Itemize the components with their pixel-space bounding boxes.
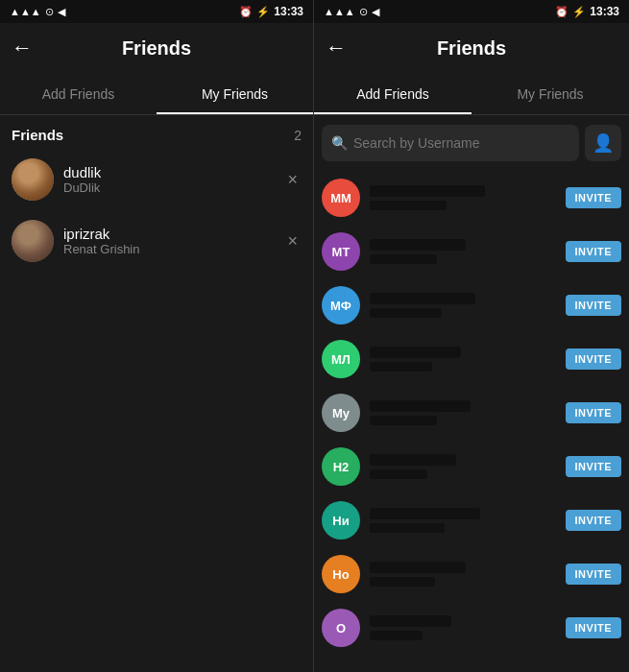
contact-avatar-c5: Му (322, 394, 360, 432)
list-item: МЛ INVITE (314, 332, 629, 386)
wifi-icon-right: ⊙ (359, 6, 368, 18)
tabs-left: Add Friends My Friends (0, 73, 313, 115)
tab-add-friends-left[interactable]: Add Friends (0, 73, 157, 114)
friends-section-header: Friends 2 (0, 115, 313, 149)
location-icon-right: ◀ (372, 6, 379, 18)
wifi-icon: ⊙ (45, 6, 54, 18)
page-title-left: Friends (122, 37, 191, 60)
remove-friend-iprizrak[interactable]: × (283, 228, 302, 255)
status-right-left-icons: ▲▲▲ ⊙ ◀ (324, 6, 379, 18)
contact-sub-bar (370, 308, 442, 318)
invite-button-c6[interactable]: INVITE (566, 456, 621, 477)
time-right: 13:33 (590, 5, 619, 18)
list-item: ММ INVITE (314, 171, 629, 225)
alarm-icon: ⏰ (239, 6, 253, 18)
contact-name-bar (370, 508, 480, 519)
right-panel: ▲▲▲ ⊙ ◀ ⏰ ⚡ 13:33 ← Friends Add Friends … (314, 0, 629, 672)
contact-avatar-c6: Н2 (322, 447, 360, 486)
contact-avatar-c3: МФ (322, 286, 360, 324)
list-item: Ни INVITE (314, 493, 629, 547)
invite-button-c3[interactable]: INVITE (566, 295, 621, 316)
avatar-iprizrak (12, 220, 54, 262)
search-input-wrapper: 🔍 (322, 125, 579, 161)
signal-icon-right: ▲▲▲ (324, 6, 355, 17)
search-bar: 🔍 👤 (322, 125, 621, 161)
tab-my-friends-left[interactable]: My Friends (157, 73, 313, 114)
status-right-icons: ⏰ ⚡ 13:33 (239, 5, 303, 18)
status-left-icons: ▲▲▲ ⊙ ◀ (10, 6, 65, 18)
header-left: ← Friends (0, 23, 313, 73)
contact-name-block-c2 (370, 239, 556, 264)
friend-realname-iprizrak: Renat Grishin (63, 242, 274, 256)
location-icon: ◀ (58, 6, 65, 18)
invite-button-c2[interactable]: INVITE (566, 241, 621, 262)
invite-button-c1[interactable]: INVITE (566, 187, 621, 208)
contact-sub-bar (370, 631, 423, 640)
status-bar-right: ▲▲▲ ⊙ ◀ ⏰ ⚡ 13:33 (314, 0, 629, 23)
friend-item-dudlik: dudlik DuDlik × (0, 149, 313, 210)
back-button-right[interactable]: ← (326, 36, 347, 60)
contact-sub-bar (370, 469, 427, 479)
contact-name-bar (370, 347, 461, 358)
contact-sub-bar (370, 362, 432, 372)
friend-username-dudlik: dudlik (63, 164, 274, 180)
avatar-dudlik (12, 158, 54, 201)
add-friend-icon-button[interactable]: 👤 (585, 125, 621, 161)
contact-name-bar (370, 400, 471, 412)
friends-label: Friends (12, 127, 63, 143)
contact-avatar-c1: ММ (322, 179, 360, 217)
left-panel: ▲▲▲ ⊙ ◀ ⏰ ⚡ 13:33 ← Friends Add Friends … (0, 0, 314, 672)
list-item: Н2 INVITE (314, 440, 629, 493)
header-right: ← Friends (314, 23, 629, 73)
friend-info-iprizrak: iprizrak Renat Grishin (63, 226, 274, 256)
contact-name-block-c9 (370, 615, 556, 640)
bluetooth-icon-right: ⚡ (572, 6, 586, 18)
contact-sub-bar (370, 577, 435, 587)
friend-info-dudlik: dudlik DuDlik (63, 164, 274, 195)
invite-button-c5[interactable]: INVITE (566, 402, 621, 423)
contact-name-bar (370, 562, 466, 573)
invite-button-c4[interactable]: INVITE (566, 348, 621, 370)
contact-avatar-c9: О (322, 609, 360, 647)
contact-name-block-c4 (370, 347, 556, 372)
contact-avatar-c8: Но (322, 555, 360, 593)
contact-name-block-c8 (370, 562, 556, 587)
contact-avatar-c4: МЛ (322, 340, 360, 378)
contact-avatar-c7: Ни (322, 501, 360, 540)
contact-name-bar (370, 615, 451, 627)
remove-friend-dudlik[interactable]: × (283, 166, 302, 194)
contact-sub-bar (370, 254, 437, 264)
search-icon: 🔍 (331, 135, 348, 151)
add-person-icon: 👤 (593, 132, 614, 154)
friend-realname-dudlik: DuDlik (63, 180, 274, 195)
contact-name-bar (370, 293, 475, 304)
contacts-list: ММ INVITE МТ INVITE МФ INVITE МЛ (314, 171, 629, 672)
friend-username-iprizrak: iprizrak (63, 226, 274, 242)
back-button-left[interactable]: ← (12, 36, 33, 60)
friend-item-iprizrak: iprizrak Renat Grishin × (0, 210, 313, 272)
bluetooth-icon: ⚡ (256, 6, 270, 18)
alarm-icon-right: ⏰ (555, 6, 569, 18)
list-item: МТ INVITE (314, 225, 629, 278)
contact-name-block-c7 (370, 508, 556, 533)
search-input[interactable] (353, 135, 569, 151)
battery-text: 13:33 (274, 5, 303, 18)
tab-my-friends-right[interactable]: My Friends (472, 73, 629, 114)
contact-name-bar (370, 239, 466, 251)
tab-add-friends-right[interactable]: Add Friends (314, 73, 472, 114)
contact-sub-bar (370, 201, 447, 210)
contact-name-bar (370, 454, 456, 466)
contact-name-block-c3 (370, 293, 556, 318)
page-title-right: Friends (437, 37, 506, 60)
invite-button-c9[interactable]: INVITE (566, 617, 621, 638)
contact-name-bar (370, 185, 485, 197)
list-item: Но INVITE (314, 547, 629, 601)
status-right-right-icons: ⏰ ⚡ 13:33 (555, 5, 619, 18)
contact-name-block-c6 (370, 454, 556, 479)
signal-icon: ▲▲▲ (10, 6, 41, 17)
invite-button-c8[interactable]: INVITE (566, 564, 621, 585)
list-item: МФ INVITE (314, 278, 629, 332)
contact-sub-bar (370, 416, 437, 425)
invite-button-c7[interactable]: INVITE (566, 510, 621, 531)
list-item: Му INVITE (314, 386, 629, 440)
